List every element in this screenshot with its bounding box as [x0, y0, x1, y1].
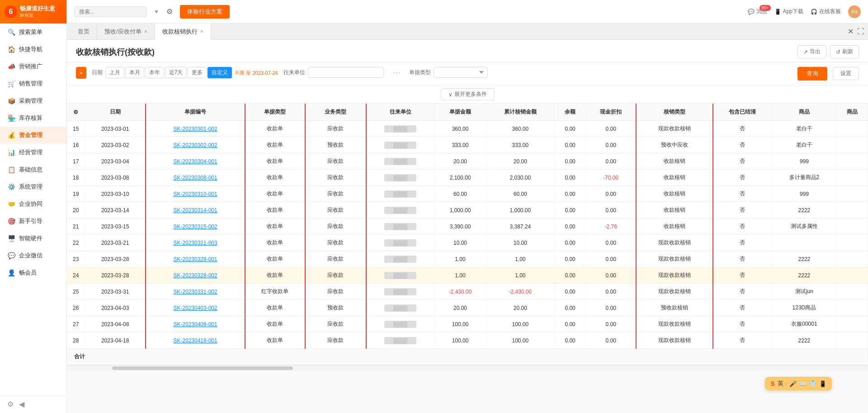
sidebar-item-inventory[interactable]: 🏪 库存核算	[0, 109, 66, 127]
order-link[interactable]: SK-20230315-002	[173, 223, 217, 230]
topbar-dropdown-arrow[interactable]: ▼	[154, 9, 159, 15]
table-cell: 20.00	[434, 300, 486, 316]
sidebar-item-business[interactable]: 📊 经营管理	[0, 144, 66, 161]
order-link[interactable]: SK-20230418-001	[173, 337, 217, 344]
filter-receipt-type-select[interactable]: 收款单 红字收款单	[434, 67, 488, 78]
table-scroll-thumb[interactable]	[112, 366, 293, 370]
order-link[interactable]: SK-20230310-001	[173, 191, 217, 197]
apps-icon[interactable]: 📱	[819, 380, 826, 387]
table-cell: 100.00	[486, 332, 554, 349]
order-link[interactable]: SK-20230331-002	[173, 289, 217, 295]
filter-expand-button[interactable]: »	[76, 67, 86, 79]
sidebar-item-member[interactable]: 👤 畅会员	[0, 264, 66, 281]
table-cell[interactable]: SK-20230403-002	[146, 300, 245, 316]
topbar-search-input[interactable]	[74, 6, 146, 17]
table-cell: 25	[67, 284, 85, 300]
sidebar-item-quicknav[interactable]: 🏠 快捷导航	[0, 41, 66, 58]
sidebar-item-funds[interactable]: 💰 资金管理	[0, 127, 66, 144]
table-cell	[836, 251, 868, 267]
sidebar-item-wechat[interactable]: 💬 企业微信	[0, 247, 66, 264]
table-cell[interactable]: SK-20230408-001	[146, 316, 245, 332]
order-link[interactable]: SK-20230314-001	[173, 207, 217, 214]
filter-settings-button[interactable]: 设置	[833, 67, 859, 80]
table-cell[interactable]: SK-20230315-002	[146, 218, 245, 235]
filter-receipt-type-label: 单据类型	[409, 69, 431, 76]
filter-date-this-year[interactable]: 本年	[145, 67, 164, 78]
tab-prepay[interactable]: 预收/应收付单 ×	[97, 24, 155, 40]
table-cell[interactable]: SK-20230301-002	[146, 121, 245, 137]
table-cell[interactable]: SK-20230321-003	[146, 235, 245, 251]
table-cell: 26	[67, 300, 85, 316]
tab-collection[interactable]: 收款核销执行 ×	[155, 24, 211, 40]
app-download-link[interactable]: 📱 App下载	[774, 8, 803, 15]
filter-date-more[interactable]: 更多	[188, 67, 207, 78]
filter-date-last-month[interactable]: 上月	[105, 67, 124, 78]
inventory-icon: 🏪	[7, 114, 15, 122]
table-cell[interactable]: SK-20230310-001	[146, 186, 245, 202]
export-button[interactable]: ↗ 导出	[797, 45, 826, 58]
table-cell[interactable]: SK-20230331-002	[146, 284, 245, 300]
table-row: 212023-03-15SK-20230315-002收款单应收款████3,3…	[67, 218, 868, 235]
sidebar-item-enterprise[interactable]: 🤝 企业协同	[0, 195, 66, 213]
table-scrollbar[interactable]	[67, 365, 868, 370]
sidebar-item-hardware[interactable]: 🖥️ 智能硬件	[0, 230, 66, 247]
industry-solution-button[interactable]: 体验行业方案	[180, 5, 230, 19]
sidebar-item-sales[interactable]: 🛒 销售管理	[0, 75, 66, 92]
tab-collection-close[interactable]: ×	[200, 28, 203, 35]
footer-label: 合计	[67, 349, 868, 365]
shirt-icon[interactable]: 👕	[809, 380, 816, 387]
sidebar-item-purchase[interactable]: 📦 采购管理	[0, 92, 66, 109]
order-link[interactable]: SK-20230403-002	[173, 305, 217, 311]
tab-prepay-close[interactable]: ×	[144, 28, 147, 35]
table-cell[interactable]: SK-20230314-001	[146, 202, 245, 218]
filter-date-custom[interactable]: 自定义	[208, 67, 232, 78]
table-cell[interactable]: SK-20230304-001	[146, 153, 245, 170]
tabbar-close-icon[interactable]: ✕	[848, 27, 854, 36]
th-settings[interactable]: ⚙	[67, 104, 85, 121]
mic-icon[interactable]: 🎤	[789, 380, 797, 387]
table-cell[interactable]: SK-20230302-002	[146, 137, 245, 153]
order-link[interactable]: SK-20230408-001	[173, 321, 217, 328]
tabbar-maximize-icon[interactable]: ⛶	[857, 28, 864, 36]
filter-partner-input[interactable]	[308, 67, 384, 78]
sidebar-item-system[interactable]: ⚙️ 系统管理	[0, 178, 66, 195]
online-service-link[interactable]: 🎧 在线客服	[811, 8, 841, 15]
filter-date-this-month[interactable]: 本月	[125, 67, 144, 78]
sidebar-item-search[interactable]: 🔍 搜索菜单	[0, 24, 66, 41]
query-button[interactable]: 查询	[797, 67, 827, 81]
order-link[interactable]: SK-20230328-002	[173, 272, 217, 279]
table-cell: 1.00	[486, 251, 554, 267]
sidebar-collapse-icon[interactable]: ◀	[19, 400, 24, 408]
table-cell: ████	[366, 137, 434, 153]
sidebar-item-guide[interactable]: 🎯 新手引导	[0, 213, 66, 230]
sidebar-item-basic[interactable]: 📋 基础信息	[0, 161, 66, 178]
table-cell: ████	[366, 235, 434, 251]
table-cell: ████	[366, 332, 434, 349]
table-cell: 应收款	[305, 186, 367, 202]
table-row: 182023-03-08SK-20230308-001收款单应收款████2,1…	[67, 170, 868, 186]
order-link[interactable]: SK-20230301-002	[173, 126, 217, 132]
expand-more-button[interactable]: ∨ 展开更多条件	[441, 88, 495, 100]
table-cell[interactable]: SK-20230328-001	[146, 251, 245, 267]
messages-link[interactable]: 💬 消息 99+	[748, 8, 767, 15]
table-cell: 否	[713, 137, 772, 153]
order-link[interactable]: SK-20230321-003	[173, 240, 217, 246]
keyboard-icon[interactable]: ⌨️	[799, 380, 807, 387]
order-link[interactable]: SK-20230304-001	[173, 158, 217, 165]
table-cell: 0.00	[586, 153, 636, 170]
order-link[interactable]: SK-20230302-002	[173, 142, 217, 148]
order-link[interactable]: SK-20230308-001	[173, 175, 217, 181]
chevron-down-icon: ∨	[448, 91, 453, 98]
sidebar-settings-icon[interactable]: ⚙	[7, 400, 14, 408]
table-cell[interactable]: SK-20230418-001	[146, 332, 245, 349]
tab-home[interactable]: 首页	[71, 24, 97, 40]
user-avatar[interactable]: Rit	[848, 5, 861, 18]
refresh-button[interactable]: ↺ 刷新	[830, 45, 859, 58]
topbar-settings-icon[interactable]: ⚙	[166, 7, 173, 16]
table-cell[interactable]: SK-20230328-002	[146, 267, 245, 284]
filter-date-7days[interactable]: 近7天	[165, 67, 187, 78]
order-link[interactable]: SK-20230328-001	[173, 256, 217, 262]
table-cell: 1,000.00	[434, 202, 486, 218]
table-cell[interactable]: SK-20230308-001	[146, 170, 245, 186]
sidebar-item-marketing[interactable]: 📣 营销推广	[0, 58, 66, 75]
